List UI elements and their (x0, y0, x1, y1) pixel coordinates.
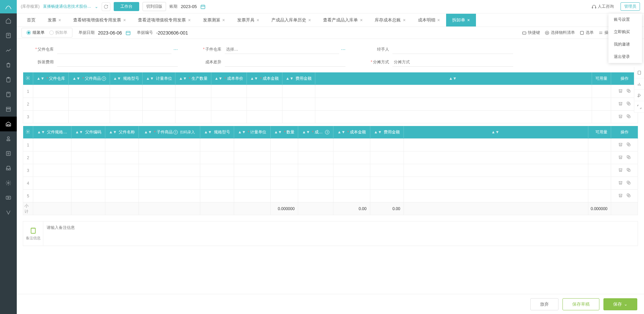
doc-no-value[interactable]: -20230606-001 (156, 30, 188, 36)
switch-old-button[interactable]: 切到旧版 (143, 2, 166, 11)
tab-close-icon[interactable]: × (222, 17, 225, 23)
help-icon[interactable]: ? (102, 76, 106, 81)
tool-chart-icon[interactable] (634, 78, 644, 90)
child-wh-more-icon[interactable]: ⋯ (341, 47, 345, 52)
table-row[interactable]: 3 (23, 111, 638, 123)
tab-close-icon[interactable]: × (188, 17, 191, 23)
nav-home-icon[interactable] (0, 13, 17, 28)
action-shortcut[interactable]: 快捷键 (522, 30, 540, 36)
dropdown-invite[interactable]: 我的邀请 (608, 38, 642, 51)
th-gear[interactable] (23, 72, 33, 85)
table-row[interactable]: 4 (23, 177, 638, 190)
parent-wh-more-icon[interactable]: ⋯ (173, 47, 178, 52)
help-icon-3[interactable]: ? (325, 130, 329, 134)
nav-archive-icon[interactable] (0, 102, 17, 117)
nav-doc-icon[interactable] (0, 28, 17, 43)
table-row[interactable]: 2 (23, 151, 638, 164)
tab-close-icon[interactable]: × (467, 17, 470, 23)
tab-close-icon[interactable]: × (437, 17, 440, 23)
dropdown-logout[interactable]: 退出登录 (608, 51, 642, 63)
tab-item[interactable]: 库存成本总账× (369, 14, 412, 26)
row-delete-icon[interactable] (618, 168, 623, 173)
support-link[interactable]: 人工咨询 (592, 4, 614, 9)
save-button[interactable]: 保存⌄ (603, 298, 637, 310)
table-row[interactable]: 5 (23, 190, 638, 202)
row-copy-icon[interactable] (626, 193, 631, 199)
nav-video-icon[interactable] (0, 190, 17, 205)
table-row[interactable]: 1 (23, 139, 638, 151)
row-delete-icon[interactable] (618, 142, 623, 148)
row-delete-icon[interactable] (618, 88, 623, 94)
tab-close-icon[interactable]: × (403, 17, 406, 23)
radio-assemble[interactable]: 组装单 (26, 30, 45, 36)
tool-note-icon[interactable] (634, 67, 644, 78)
row-delete-icon[interactable] (618, 180, 623, 186)
org-caret-icon[interactable]: ⌄ (95, 4, 98, 9)
radio-disassemble[interactable]: 拆卸单 (49, 30, 67, 36)
row-copy-icon[interactable] (626, 155, 631, 161)
row-copy-icon[interactable] (626, 180, 631, 186)
nav-warehouse-icon[interactable] (0, 117, 17, 131)
action-select-order[interactable]: 选单 (580, 30, 594, 36)
tool-wrench-icon[interactable] (634, 90, 644, 101)
tab-close-icon[interactable]: × (123, 17, 126, 23)
tab-item[interactable]: 查看销项增值税专用发票× (67, 14, 132, 26)
help-icon-2[interactable]: ? (173, 130, 178, 134)
th-gear-2[interactable] (23, 126, 33, 139)
workbench-button[interactable]: 工作台 (114, 2, 139, 11)
tab-item[interactable]: 发票测算× (197, 14, 231, 26)
row-delete-icon[interactable] (618, 193, 623, 199)
nav-v-icon[interactable] (0, 205, 17, 220)
tab-item[interactable]: 首页 (21, 14, 42, 26)
nav-inbox-icon[interactable] (0, 161, 17, 176)
tab-item[interactable]: 查看产成品入库单× (317, 14, 369, 26)
tab-item[interactable]: 成本明细× (412, 14, 446, 26)
tab-item[interactable]: 拆卸单× (446, 14, 476, 26)
nav-transfer-icon[interactable] (0, 146, 17, 161)
row-delete-icon[interactable] (618, 155, 623, 161)
nav-clipboard-icon[interactable] (0, 72, 17, 87)
scan-link[interactable]: 扫码录入 (180, 130, 195, 135)
refresh-button[interactable] (102, 2, 110, 11)
row-delete-icon[interactable] (618, 101, 623, 107)
tab-close-icon[interactable]: × (360, 17, 363, 23)
handler-input[interactable] (392, 45, 513, 54)
fee-input[interactable] (57, 57, 178, 67)
abandon-button[interactable]: 放弃 (530, 298, 558, 310)
logo-icon[interactable] (0, 0, 17, 13)
child-warehouse-input[interactable] (225, 45, 339, 54)
tab-close-icon[interactable]: × (308, 17, 311, 23)
tab-item[interactable]: 发票开具× (231, 14, 265, 26)
org-name[interactable]: 直播畅捷通信息技术股份… (43, 4, 91, 9)
cost-diff-input[interactable] (225, 57, 345, 67)
nav-chart-icon[interactable] (0, 43, 17, 58)
dropdown-account[interactable]: 账号设置 (608, 13, 642, 26)
row-copy-icon[interactable] (626, 168, 631, 173)
row-copy-icon[interactable] (626, 114, 631, 120)
row-copy-icon[interactable] (626, 88, 631, 94)
tab-close-icon[interactable]: × (58, 17, 61, 23)
admin-button[interactable]: 管理员 (621, 2, 640, 11)
nav-calc-icon[interactable] (0, 87, 17, 102)
doc-date-calendar-icon[interactable] (125, 30, 131, 36)
row-copy-icon[interactable] (626, 101, 631, 107)
doc-date-value[interactable]: 2023-06-06 (98, 30, 122, 36)
nav-gear-icon[interactable] (0, 176, 17, 190)
nav-stamp-icon[interactable] (0, 131, 17, 146)
parent-warehouse-input[interactable] (57, 45, 171, 54)
tab-item[interactable]: 产成品入库单历史× (265, 14, 317, 26)
tab-close-icon[interactable]: × (257, 17, 259, 23)
tab-item[interactable]: 发票× (42, 14, 67, 26)
row-copy-icon[interactable] (626, 142, 631, 148)
remarks-input[interactable] (43, 222, 638, 246)
row-delete-icon[interactable] (618, 114, 623, 120)
period-value[interactable]: 2023-05 (181, 4, 197, 9)
dropdown-buy[interactable]: 立即购买 (608, 26, 642, 38)
table-row[interactable]: 3 (23, 164, 638, 177)
save-draft-button[interactable]: 保存草稿 (562, 298, 599, 310)
table-row[interactable]: 1 (23, 85, 638, 98)
tool-expand-icon[interactable] (634, 101, 644, 113)
nav-bag-icon[interactable] (0, 58, 17, 72)
alloc-input[interactable] (392, 57, 513, 67)
tab-item[interactable]: 查看进项增值税专用发票× (132, 14, 197, 26)
